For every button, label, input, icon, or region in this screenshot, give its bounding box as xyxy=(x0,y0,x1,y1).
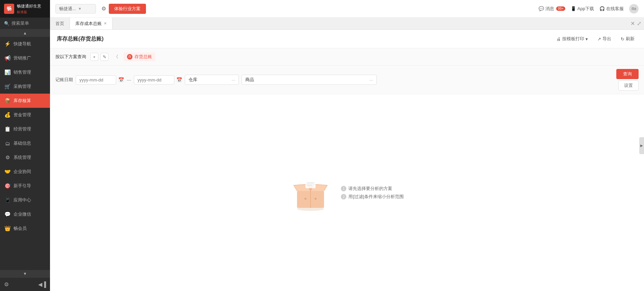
breadcrumb[interactable]: 畅捷通... ▾ xyxy=(55,4,96,14)
warehouse-more-icon: ··· xyxy=(231,77,235,82)
sidebar-nav: ⚡ 快捷导航 📢 营销推广 📊 销售管理 🛒 采购管理 📦 库存核算 💰 资金管… xyxy=(0,37,50,270)
logo-icon: 畅 xyxy=(4,4,14,14)
refresh-icon: ↻ xyxy=(621,37,624,42)
industry-btn[interactable]: 体验行业方案 xyxy=(109,4,146,14)
headset-icon: 🎧 xyxy=(599,6,605,11)
svg-point-8 xyxy=(315,198,317,200)
panel-close-icon[interactable]: ✕ xyxy=(630,20,635,27)
basic-info-icon: 🗂 xyxy=(4,140,11,147)
messages-btn[interactable]: 💬 消息 99+ xyxy=(539,6,565,12)
panel-expand-icon[interactable]: ⤢ xyxy=(637,20,641,27)
query-btn[interactable]: 查询 xyxy=(616,69,639,79)
tab-inventory-cost[interactable]: 库存成本总账 ✕ xyxy=(70,18,113,29)
quick-nav-icon: ⚡ xyxy=(4,41,11,47)
goods-label: 商品 xyxy=(245,77,254,83)
printer-icon: 🖨 xyxy=(556,37,561,42)
messages-badge: 99+ xyxy=(556,6,565,11)
settings-btn[interactable]: 设置 xyxy=(618,80,639,91)
wechat-icon: 💬 xyxy=(4,211,11,218)
online-service-btn[interactable]: 🎧 在线客服 xyxy=(599,6,624,12)
filter-add-btn[interactable]: + xyxy=(90,53,98,61)
sidebar-item-funds[interactable]: 💰 资金管理 xyxy=(0,108,50,122)
filter-collapse-btn[interactable]: 《 xyxy=(114,54,118,60)
user-name: Rit xyxy=(631,7,636,11)
sidebar-item-system[interactable]: ⚙ 系统管理 xyxy=(0,150,50,165)
svg-point-7 xyxy=(304,198,306,200)
breadcrumb-text: 畅捷通... xyxy=(59,6,76,12)
sidebar-scroll-down[interactable]: ▼ xyxy=(0,270,50,277)
sidebar-item-member[interactable]: 👑 畅会员 xyxy=(0,221,50,236)
sales-icon: 📊 xyxy=(4,69,11,76)
message-icon: 💬 xyxy=(539,6,544,11)
app-center-icon: 📱 xyxy=(4,197,11,203)
sidebar-item-quick-nav[interactable]: ⚡ 快捷导航 xyxy=(0,37,50,51)
calendar-start-icon[interactable]: 📅 xyxy=(118,77,124,82)
purchase-icon: 🛒 xyxy=(4,83,11,90)
collapse-icon[interactable]: ◀▐ xyxy=(38,281,46,288)
app-download-btn[interactable]: 📱 App下载 xyxy=(571,6,594,12)
page-content: 库存总账(存货总账) 🖨 按模板打印 ▾ ↗ 导出 ↻ 刷新 按以下方案查询 xyxy=(50,30,644,291)
sidebar-item-guide[interactable]: 🎯 新手引导 xyxy=(0,179,50,193)
sidebar: 畅 畅捷通好生意 标准版 🔍 搜索菜单 ▲ ⚡ 快捷导航 📢 营销推广 📊 销售… xyxy=(0,0,50,291)
hint2-text: 用[过滤]条件来缩小分析范围 xyxy=(348,194,403,200)
phone-icon: 📱 xyxy=(571,6,576,11)
scheme-icon: 存 xyxy=(127,54,132,59)
date-end-input[interactable] xyxy=(134,75,174,84)
chevron-down-icon: ▾ xyxy=(79,6,81,11)
date-start-input[interactable] xyxy=(76,75,116,84)
refresh-btn[interactable]: ↻ 刷新 xyxy=(618,34,637,43)
sidebar-item-app-center[interactable]: 📱 应用中心 xyxy=(0,193,50,207)
query-settings-group: 查询 设置 xyxy=(616,69,639,91)
page-actions: 🖨 按模板打印 ▾ ↗ 导出 ↻ 刷新 xyxy=(554,34,637,43)
main-area: 畅捷通... ▾ ⚙ 体验行业方案 💬 消息 99+ 📱 App下载 🎧 在线客… xyxy=(50,0,644,291)
side-panel-btn[interactable]: ▶ xyxy=(639,137,644,154)
date-range-group: 📅 — 📅 xyxy=(76,75,182,84)
tab-home[interactable]: 首页 xyxy=(50,18,70,29)
hint1-text: 请先选择要分析的方案 xyxy=(348,186,392,192)
filter-label: 按以下方案查询 xyxy=(55,54,86,60)
export-btn[interactable]: ↗ 导出 xyxy=(595,34,614,43)
goods-select[interactable]: 商品 ··· xyxy=(242,75,377,85)
side-panel-toggle[interactable]: ▶ xyxy=(639,137,644,154)
settings-icon[interactable]: ⚙ xyxy=(4,281,9,288)
sidebar-item-cooperation[interactable]: 🤝 企业协同 xyxy=(0,165,50,179)
empty-state: 1 请先选择要分析的方案 2 用[过滤]条件来缩小分析范围 xyxy=(50,94,644,291)
export-icon: ↗ xyxy=(597,37,601,42)
empty-inner: 1 请先选择要分析的方案 2 用[过滤]条件来缩小分析范围 xyxy=(290,172,403,213)
sidebar-item-purchase[interactable]: 🛒 采购管理 xyxy=(0,79,50,94)
export-label: 导出 xyxy=(602,36,611,42)
avatar: Rit xyxy=(629,4,639,14)
sidebar-item-label: 营销推广 xyxy=(14,55,31,61)
calendar-end-icon[interactable]: 📅 xyxy=(176,77,182,82)
sidebar-item-label: 库存核算 xyxy=(14,98,31,104)
sidebar-item-label: 企业协同 xyxy=(14,169,31,175)
sidebar-item-label: 畅会员 xyxy=(14,225,27,232)
svg-rect-3 xyxy=(305,181,316,188)
sidebar-item-wechat[interactable]: 💬 企业微信 xyxy=(0,207,50,221)
filter-actions: + ✎ xyxy=(90,53,108,61)
sidebar-item-inventory[interactable]: 📦 库存核算 xyxy=(0,94,50,108)
logo-text-block: 畅捷通好生意 标准版 xyxy=(17,3,41,15)
user-info[interactable]: Rit xyxy=(629,4,639,14)
sidebar-item-label: 采购管理 xyxy=(14,83,31,90)
sidebar-item-basic-info[interactable]: 🗂 基础信息 xyxy=(0,136,50,150)
topbar: 畅捷通... ▾ ⚙ 体验行业方案 💬 消息 99+ 📱 App下载 🎧 在线客… xyxy=(50,0,644,18)
sidebar-item-sales[interactable]: 📊 销售管理 xyxy=(0,65,50,79)
filter-edit-btn[interactable]: ✎ xyxy=(100,53,108,61)
step-1-icon: 1 xyxy=(341,186,346,191)
warehouse-select[interactable]: 仓库 ··· xyxy=(185,75,239,85)
empty-hint-2: 2 用[过滤]条件来缩小分析范围 xyxy=(341,194,403,200)
sidebar-search[interactable]: 🔍 搜索菜单 xyxy=(0,18,50,29)
sidebar-item-business[interactable]: 📋 经营管理 xyxy=(0,122,50,136)
tab-close-icon[interactable]: ✕ xyxy=(104,21,107,26)
business-icon: 📋 xyxy=(4,126,11,132)
cooperation-icon: 🤝 xyxy=(4,168,11,175)
sidebar-item-marketing[interactable]: 📢 营销推广 xyxy=(0,51,50,65)
scheme-item-inventory[interactable]: 存 存货总账 xyxy=(124,52,155,61)
topbar-gear-icon[interactable]: ⚙ xyxy=(101,5,106,12)
empty-hints: 1 请先选择要分析的方案 2 用[过滤]条件来缩小分析范围 xyxy=(341,184,403,202)
step-2-icon: 2 xyxy=(341,194,346,199)
print-template-btn[interactable]: 🖨 按模板打印 ▾ xyxy=(554,34,591,43)
filter-schemes: 存 存货总账 xyxy=(121,52,639,61)
sidebar-scroll-up[interactable]: ▲ xyxy=(0,29,50,37)
